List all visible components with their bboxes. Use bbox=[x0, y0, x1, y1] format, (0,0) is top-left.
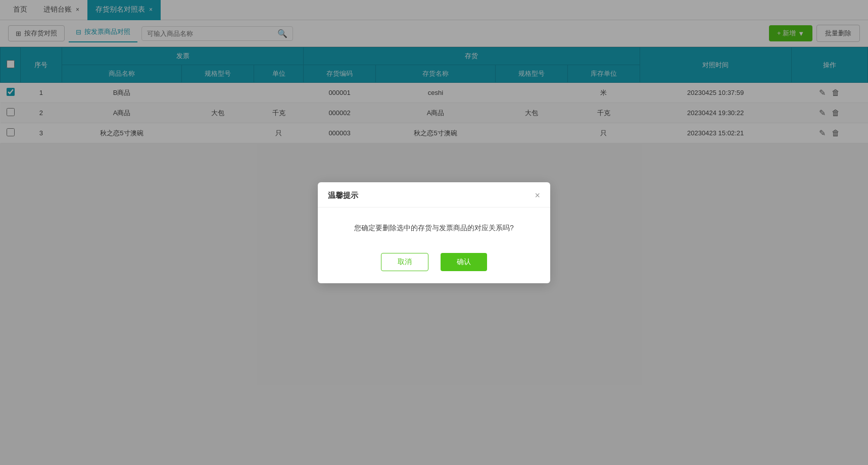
dialog-title: 温馨提示 bbox=[328, 191, 358, 200]
dialog-footer: 取消 确认 bbox=[318, 245, 550, 283]
dialog-message: 您确定要删除选中的存货与发票商品的对应关系吗? bbox=[354, 224, 514, 232]
dialog-body: 您确定要删除选中的存货与发票商品的对应关系吗? bbox=[318, 208, 550, 245]
confirm-dialog: 温馨提示 × 您确定要删除选中的存货与发票商品的对应关系吗? 取消 确认 bbox=[318, 182, 550, 283]
modal-overlay: 温馨提示 × 您确定要删除选中的存货与发票商品的对应关系吗? 取消 确认 bbox=[0, 0, 868, 465]
dialog-header: 温馨提示 × bbox=[318, 182, 550, 208]
dialog-confirm-btn[interactable]: 确认 bbox=[441, 253, 487, 271]
dialog-cancel-btn[interactable]: 取消 bbox=[381, 253, 428, 271]
dialog-close-btn[interactable]: × bbox=[535, 190, 540, 201]
